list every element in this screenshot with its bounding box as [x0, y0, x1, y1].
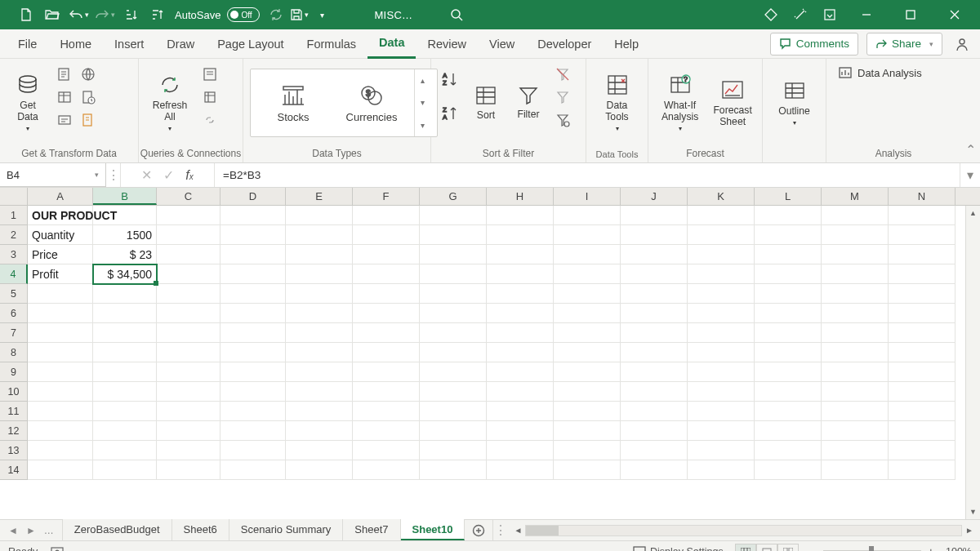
cell-C14[interactable]	[157, 460, 220, 480]
tab-review[interactable]: Review	[416, 29, 478, 59]
sheet-tab-sheet10[interactable]: Sheet10	[401, 519, 466, 540]
cell-H10[interactable]	[487, 382, 554, 402]
cell-B7[interactable]	[93, 323, 157, 343]
cell-B3[interactable]: $ 23	[93, 245, 157, 264]
cell-J5[interactable]	[621, 284, 688, 304]
col-header-J[interactable]: J	[621, 188, 688, 205]
sort-asc-icon[interactable]	[119, 3, 142, 26]
cell-C2[interactable]	[157, 225, 220, 245]
cell-A13[interactable]	[28, 441, 93, 460]
currencies-type[interactable]: $Currencies	[336, 83, 408, 123]
row-header-11[interactable]: 11	[0, 402, 28, 421]
undo-icon[interactable]: ▾	[67, 3, 90, 26]
cell-C4[interactable]	[157, 264, 220, 284]
cell-J10[interactable]	[621, 382, 688, 402]
cell-N8[interactable]	[889, 343, 956, 362]
cell-K10[interactable]	[688, 382, 755, 402]
cell-I4[interactable]	[554, 264, 621, 284]
cell-K11[interactable]	[688, 402, 755, 421]
cell-F2[interactable]	[353, 225, 420, 245]
cell-C12[interactable]	[157, 421, 220, 441]
cell-N5[interactable]	[889, 284, 956, 304]
sort-az-icon[interactable]: AZ	[438, 67, 462, 91]
cell-B8[interactable]	[93, 343, 157, 362]
cell-F12[interactable]	[353, 421, 420, 441]
minimize-button[interactable]	[848, 0, 885, 29]
cell-A11[interactable]	[28, 402, 93, 421]
cell-M14[interactable]	[822, 460, 889, 480]
row-header-6[interactable]: 6	[0, 304, 28, 323]
cell-K1[interactable]	[688, 206, 755, 225]
cell-J8[interactable]	[621, 343, 688, 362]
filter-button[interactable]: Filter	[510, 64, 547, 140]
qat-more-icon[interactable]: ▾	[310, 3, 333, 26]
row-header-12[interactable]: 12	[0, 421, 28, 441]
cell-D8[interactable]	[220, 343, 286, 362]
formula-input[interactable]: =B2*B3	[215, 163, 960, 187]
tab-insert[interactable]: Insert	[103, 29, 155, 59]
cell-C10[interactable]	[157, 382, 220, 402]
cell-B6[interactable]	[93, 304, 157, 323]
close-button[interactable]	[936, 0, 973, 29]
cell-G7[interactable]	[420, 323, 487, 343]
forecast-sheet-button[interactable]: Forecast Sheet	[710, 64, 755, 140]
cell-I7[interactable]	[554, 323, 621, 343]
cell-E3[interactable]	[286, 245, 353, 264]
cell-J1[interactable]	[621, 206, 688, 225]
cell-N10[interactable]	[889, 382, 956, 402]
cell-H8[interactable]	[487, 343, 554, 362]
cell-N1[interactable]	[889, 206, 956, 225]
account-icon[interactable]	[951, 33, 973, 56]
cell-A10[interactable]	[28, 382, 93, 402]
page-layout-view-button[interactable]	[756, 544, 777, 552]
cell-D2[interactable]	[220, 225, 286, 245]
cell-N7[interactable]	[889, 323, 956, 343]
col-header-G[interactable]: G	[420, 188, 487, 205]
tab-file[interactable]: File	[7, 29, 48, 59]
horizontal-scrollbar[interactable]: ◄ ►	[507, 520, 980, 540]
cell-H9[interactable]	[487, 362, 554, 382]
cell-M13[interactable]	[822, 441, 889, 460]
cell-N13[interactable]	[889, 441, 956, 460]
col-header-H[interactable]: H	[487, 188, 554, 205]
cell-L3[interactable]	[755, 245, 822, 264]
cell-F11[interactable]	[353, 402, 420, 421]
name-box[interactable]: B4▾	[0, 163, 106, 187]
cell-J2[interactable]	[621, 225, 688, 245]
cell-G8[interactable]	[420, 343, 487, 362]
zoom-in-button[interactable]: +	[928, 545, 934, 552]
row-header-13[interactable]: 13	[0, 441, 28, 460]
cell-M8[interactable]	[822, 343, 889, 362]
cell-G6[interactable]	[420, 304, 487, 323]
cell-E5[interactable]	[286, 284, 353, 304]
cell-B4[interactable]: $ 34,500	[93, 264, 157, 284]
col-header-M[interactable]: M	[822, 188, 889, 205]
cell-K8[interactable]	[688, 343, 755, 362]
cell-B5[interactable]	[93, 284, 157, 304]
cell-H6[interactable]	[487, 304, 554, 323]
cell-C7[interactable]	[157, 323, 220, 343]
row-header-2[interactable]: 2	[0, 225, 28, 245]
save-icon[interactable]: ▾	[287, 3, 310, 26]
cell-C13[interactable]	[157, 441, 220, 460]
cell-L6[interactable]	[755, 304, 822, 323]
cell-H13[interactable]	[487, 441, 554, 460]
col-header-K[interactable]: K	[688, 188, 755, 205]
cell-A8[interactable]	[28, 343, 93, 362]
cell-G13[interactable]	[420, 441, 487, 460]
data-analysis-button[interactable]: Data Analysis	[833, 62, 927, 83]
zoom-level[interactable]: 100%	[946, 546, 972, 552]
existing-conn-icon[interactable]	[54, 109, 75, 131]
sheet-tab-sheet6[interactable]: Sheet6	[172, 519, 229, 540]
cell-E12[interactable]	[286, 421, 353, 441]
cell-J12[interactable]	[621, 421, 688, 441]
macro-record-icon[interactable]	[51, 546, 64, 552]
col-header-L[interactable]: L	[755, 188, 822, 205]
cell-I13[interactable]	[554, 441, 621, 460]
cell-F14[interactable]	[353, 460, 420, 480]
cell-F7[interactable]	[353, 323, 420, 343]
cell-B12[interactable]	[93, 421, 157, 441]
cell-H14[interactable]	[487, 460, 554, 480]
cell-G3[interactable]	[420, 245, 487, 264]
cell-L2[interactable]	[755, 225, 822, 245]
